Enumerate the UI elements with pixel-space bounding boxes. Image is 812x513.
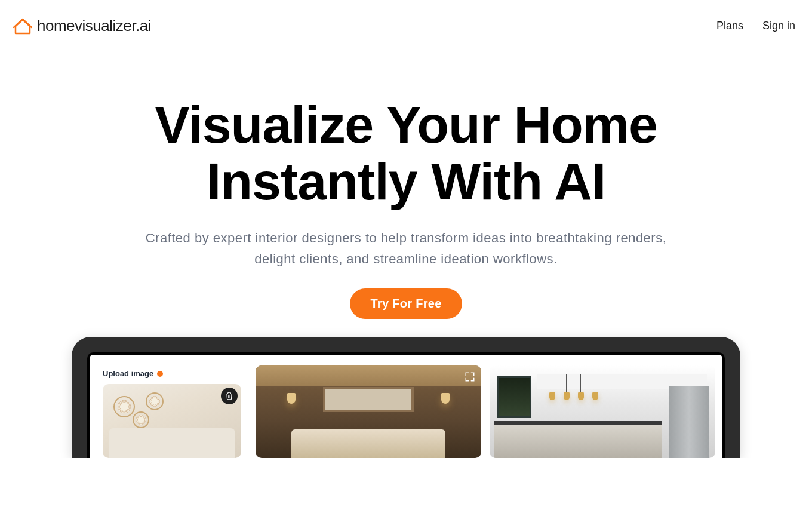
nav-sign-in[interactable]: Sign in <box>762 20 795 32</box>
hero-title: Visualize Your Home Instantly With AI <box>102 96 710 210</box>
app-preview-screen: Upload image <box>90 355 722 458</box>
hero-subtitle: Crafted by expert interior designers to … <box>125 228 687 269</box>
uploaded-image[interactable] <box>103 384 241 458</box>
trash-icon <box>225 392 233 400</box>
device-mockup: Upload image <box>72 337 740 458</box>
expand-icon[interactable] <box>465 371 475 382</box>
render-result-2[interactable] <box>490 365 715 458</box>
hero-section: Visualize Your Home Instantly With AI Cr… <box>78 42 734 319</box>
brand-logo[interactable]: homevisualizer.ai <box>13 17 151 35</box>
render-result-1[interactable] <box>256 365 481 458</box>
header-nav: Plans Sign in <box>716 20 795 32</box>
upload-header: Upload image <box>103 369 241 378</box>
nav-plans[interactable]: Plans <box>716 20 743 32</box>
try-free-button[interactable]: Try For Free <box>350 288 462 319</box>
device-inner: Upload image <box>87 352 725 458</box>
house-icon <box>13 17 32 35</box>
site-header: homevisualizer.ai Plans Sign in <box>0 0 812 42</box>
brand-name: homevisualizer.ai <box>37 17 151 35</box>
upload-panel: Upload image <box>97 365 247 458</box>
indicator-dot-icon <box>157 371 163 377</box>
upload-image-label: Upload image <box>103 369 153 378</box>
